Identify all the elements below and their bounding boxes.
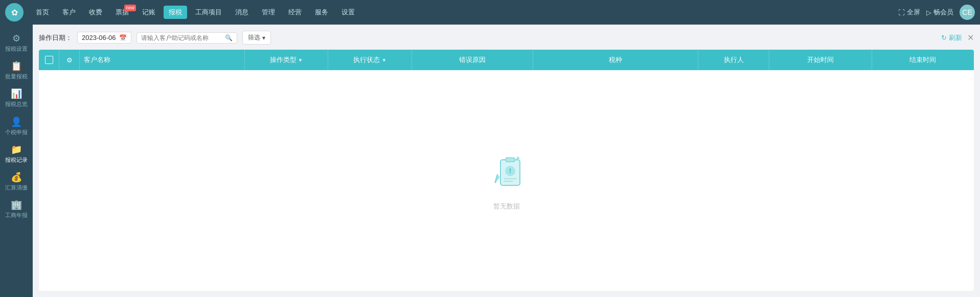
sidebar-icon: ⚙: [11, 33, 22, 44]
th-executor: 执行人: [698, 50, 769, 70]
content-area: 操作日期： 2023-06-06 📅 🔍 筛选 ▾ ↻ 刷新 ✕: [33, 25, 980, 297]
search-icon[interactable]: 🔍: [225, 34, 233, 41]
th-end-time: 结束时间: [872, 50, 974, 70]
nav-item-收费[interactable]: 收费: [84, 6, 107, 19]
nav-item-管理[interactable]: 管理: [257, 6, 280, 19]
avatar-text: CE: [962, 8, 972, 16]
nav-item-票据[interactable]: 票据new: [110, 6, 134, 19]
th-error: 错误原因: [412, 50, 533, 70]
th-client: 客户名称: [80, 50, 245, 70]
fullscreen-button[interactable]: ⛶ 全屏: [898, 8, 920, 17]
refresh-label: 刷新: [949, 33, 962, 43]
svg-text:!: !: [509, 167, 511, 175]
nav-items: 首页客户收费票据new记账报税工商项目消息管理经营服务设置: [31, 6, 898, 19]
toolbar-right: ↻ 刷新 ✕: [941, 33, 974, 43]
nav-item-工商项目[interactable]: 工商项目: [190, 6, 227, 19]
sidebar-icon: 👤: [11, 116, 22, 128]
search-input[interactable]: [141, 34, 223, 41]
empty-text: 暂无数据: [493, 202, 520, 211]
sidebar-item-报税总览[interactable]: 📊报税总览: [0, 84, 33, 112]
nav-item-首页[interactable]: 首页: [31, 6, 54, 19]
settings-icon[interactable]: ⚙: [66, 56, 73, 64]
th-tax-type-label: 税种: [609, 55, 622, 65]
close-button[interactable]: ✕: [967, 33, 974, 43]
date-picker[interactable]: 2023-06-06 📅: [77, 32, 131, 44]
video-icon: ▷: [926, 9, 931, 16]
sort-icon-op-type[interactable]: ▼: [298, 57, 303, 63]
sidebar-label: 工商年报: [5, 212, 28, 219]
th-executor-label: 执行人: [724, 55, 744, 65]
sidebar-icon: 📊: [11, 88, 22, 99]
member-label: 畅会员: [933, 8, 953, 17]
member-button[interactable]: ▷ 畅会员: [926, 8, 953, 17]
th-client-label: 客户名称: [84, 55, 110, 65]
select-all-checkbox[interactable]: [45, 56, 53, 64]
fullscreen-label: 全屏: [907, 8, 920, 17]
date-value: 2023-06-06: [82, 34, 116, 41]
th-op-type-label: 操作类型: [270, 55, 297, 65]
th-error-label: 错误原因: [459, 55, 486, 65]
sort-icon-exec-status[interactable]: ▼: [381, 57, 386, 63]
sidebar-label: 个税申报: [5, 129, 28, 136]
sidebar-label: 报税记录: [5, 157, 28, 163]
empty-illustration: !: [486, 151, 527, 197]
sidebar-item-批量报税[interactable]: 📋批量报税: [0, 56, 33, 84]
sidebar-item-报税记录[interactable]: 📁报税记录: [0, 140, 33, 167]
nav-item-记账[interactable]: 记账: [137, 6, 161, 19]
sidebar-icon: 📁: [11, 144, 22, 155]
th-exec-status-label: 执行状态: [353, 55, 380, 65]
refresh-icon: ↻: [941, 34, 947, 41]
th-start-time-label: 开始时间: [807, 55, 834, 65]
sidebar: ⚙报税设置📋批量报税📊报税总览👤个税申报📁报税记录💰汇算清缴🏢工商年报: [0, 25, 33, 297]
sidebar-item-工商年报[interactable]: 🏢工商年报: [0, 195, 33, 223]
sidebar-icon: 📋: [11, 60, 22, 72]
svg-rect-3: [506, 158, 515, 162]
top-nav: ✿ 首页客户收费票据new记账报税工商项目消息管理经营服务设置 ⛶ 全屏 ▷ 畅…: [0, 0, 980, 25]
toolbar: 操作日期： 2023-06-06 📅 🔍 筛选 ▾ ↻ 刷新 ✕: [39, 31, 974, 45]
sidebar-label: 批量报税: [5, 73, 28, 80]
nav-item-设置[interactable]: 设置: [336, 6, 360, 19]
nav-item-服务[interactable]: 服务: [310, 6, 333, 19]
logo[interactable]: ✿: [5, 3, 24, 22]
th-tax-type: 税种: [533, 50, 698, 70]
table-container: ⚙ 客户名称 操作类型 ▼ 执行状态 ▼ 错误原因 税种: [39, 50, 974, 291]
sidebar-item-汇算清缴[interactable]: 💰汇算清缴: [0, 167, 33, 195]
filter-label: 筛选: [248, 33, 260, 42]
th-exec-status: 执行状态 ▼: [328, 50, 412, 70]
sidebar-label: 报税设置: [5, 46, 28, 52]
badge-new: new: [124, 5, 136, 11]
filter-button[interactable]: 筛选 ▾: [242, 31, 271, 45]
nav-item-经营[interactable]: 经营: [283, 6, 307, 19]
sidebar-item-报税设置[interactable]: ⚙报税设置: [0, 29, 33, 56]
sidebar-icon: 💰: [11, 172, 22, 183]
th-settings: ⚙: [59, 50, 80, 70]
nav-item-消息[interactable]: 消息: [230, 6, 254, 19]
sidebar-label: 汇算清缴: [5, 184, 28, 191]
sidebar-label: 报税总览: [5, 101, 28, 108]
th-checkbox: [39, 50, 59, 70]
main-layout: ⚙报税设置📋批量报税📊报税总览👤个税申报📁报税记录💰汇算清缴🏢工商年报 操作日期…: [0, 25, 980, 297]
table-header: ⚙ 客户名称 操作类型 ▼ 执行状态 ▼ 错误原因 税种: [39, 50, 974, 70]
calendar-icon: 📅: [119, 34, 127, 41]
search-box: 🔍: [136, 32, 237, 44]
table-scroll[interactable]: ! 暂无数据: [39, 70, 974, 291]
refresh-button[interactable]: ↻ 刷新: [941, 33, 962, 43]
th-end-time-label: 结束时间: [909, 55, 936, 65]
empty-state: ! 暂无数据: [39, 70, 974, 291]
fullscreen-icon: ⛶: [898, 9, 905, 16]
date-label: 操作日期：: [39, 33, 72, 43]
nav-item-报税[interactable]: 报税: [164, 6, 187, 19]
chevron-down-icon: ▾: [262, 34, 265, 41]
avatar[interactable]: CE: [960, 5, 975, 20]
nav-item-客户[interactable]: 客户: [57, 6, 81, 19]
sidebar-item-个税申报[interactable]: 👤个税申报: [0, 112, 33, 140]
th-op-type: 操作类型 ▼: [245, 50, 329, 70]
sidebar-icon: 🏢: [11, 199, 22, 210]
nav-right: ⛶ 全屏 ▷ 畅会员 CE: [898, 5, 975, 20]
th-start-time: 开始时间: [769, 50, 872, 70]
